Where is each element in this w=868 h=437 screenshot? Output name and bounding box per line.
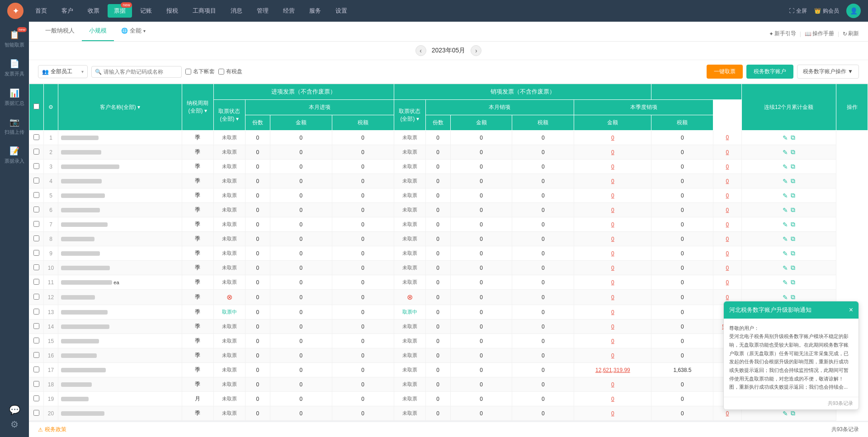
copy-icon[interactable]: ⧉ — [791, 264, 795, 272]
row-checkbox[interactable] — [29, 275, 44, 290]
digital-account-button[interactable]: 税务数字账户 — [746, 65, 793, 79]
row-in-status[interactable]: 未取票 — [213, 406, 245, 421]
one-click-fetch-button[interactable]: 一键取票 — [707, 65, 743, 79]
row-client-name[interactable] — [58, 174, 182, 188]
row-in-status[interactable]: 未取票 — [213, 131, 245, 145]
row-checkbox[interactable] — [29, 392, 44, 406]
row-checkbox[interactable] — [29, 232, 44, 246]
nav-item-receive[interactable]: 收票 — [81, 4, 106, 18]
th-tax-cycle[interactable]: 纳税周期(全部) ▾ — [182, 84, 213, 131]
row-out-status[interactable]: 未取票 — [394, 261, 425, 275]
row-checkbox[interactable] — [29, 160, 44, 174]
row-out-status[interactable]: 未取票 — [394, 377, 425, 392]
nav-item-home[interactable]: 首页 — [29, 4, 53, 18]
row-in-status[interactable]: 未取票 — [213, 232, 245, 246]
sub-account-checkbox-label[interactable]: 名下帐套 — [185, 68, 215, 75]
row-in-status[interactable]: 未取票 — [213, 363, 245, 377]
row-out-status[interactable]: 未取票 — [394, 246, 425, 261]
vip-button[interactable]: 👑 购会员 — [814, 7, 839, 15]
row-client-name[interactable] — [58, 131, 182, 145]
sidebar-chat[interactable]: 💬 — [9, 404, 20, 415]
row-out-status[interactable]: ⊗ — [394, 290, 425, 305]
copy-icon[interactable]: ⧉ — [791, 134, 795, 141]
row-in-status[interactable]: 未取票 — [213, 261, 245, 275]
row-out-status[interactable]: 未取票 — [394, 174, 425, 188]
row-out-status[interactable]: 未取票 — [394, 392, 425, 406]
edit-icon[interactable]: ✎ — [783, 235, 788, 243]
tab-general-taxpayer[interactable]: 一般纳税人 — [38, 22, 82, 41]
row-client-name[interactable] — [58, 377, 182, 392]
row-client-name[interactable] — [58, 392, 182, 406]
th-checkbox[interactable] — [29, 84, 44, 131]
row-checkbox[interactable] — [29, 203, 44, 217]
nav-item-tax[interactable]: 报税 — [160, 4, 184, 18]
row-checkbox[interactable] — [29, 363, 44, 377]
row-out-status[interactable]: 未取票 — [394, 188, 425, 203]
row-in-status[interactable]: 取票中 — [213, 305, 245, 320]
sidebar-item-open-invoice[interactable]: 📄 发票开具 — [1, 54, 28, 81]
close-notification-button[interactable]: × — [849, 306, 853, 314]
row-client-name[interactable] — [58, 232, 182, 246]
copy-icon[interactable]: ⧉ — [791, 409, 795, 417]
row-checkbox[interactable] — [29, 246, 44, 261]
row-checkbox[interactable] — [29, 217, 44, 232]
nav-item-bookkeeping[interactable]: 记账 — [134, 4, 158, 18]
edit-icon[interactable]: ✎ — [783, 178, 788, 185]
nav-item-customer[interactable]: 客户 — [55, 4, 80, 18]
row-out-status[interactable]: 未取票 — [394, 320, 425, 334]
row-out-status[interactable]: 取票中 — [394, 305, 425, 320]
row-in-status[interactable]: 未取票 — [213, 275, 245, 290]
manual-link[interactable]: 📖 操作手册 — [805, 30, 834, 38]
copy-icon[interactable]: ⧉ — [791, 192, 795, 199]
nav-item-operation[interactable]: 经营 — [277, 4, 301, 18]
row-in-status[interactable]: ⊗ — [213, 290, 245, 305]
row-client-name[interactable]: ea — [58, 275, 182, 290]
row-client-name[interactable] — [58, 217, 182, 232]
row-out-status[interactable]: 未取票 — [394, 363, 425, 377]
th-client-name[interactable]: 客户名称(全部) ▾ — [58, 84, 182, 131]
row-checkbox[interactable] — [29, 334, 44, 348]
row-in-status[interactable]: 未取票 — [213, 320, 245, 334]
digital-account-ops-button[interactable]: 税务数字账户操作 ▼ — [797, 65, 859, 79]
sidebar-settings[interactable]: ⚙ — [10, 419, 19, 430]
copy-icon[interactable]: ⧉ — [791, 249, 795, 257]
edit-icon[interactable]: ✎ — [783, 134, 788, 141]
row-checkbox[interactable] — [29, 145, 44, 160]
sidebar-item-scan[interactable]: 📷 扫描上传 — [1, 113, 28, 140]
row-in-status[interactable]: 未取票 — [213, 217, 245, 232]
tax-disk-checkbox-label[interactable]: 有税盘 — [218, 68, 242, 75]
row-out-status[interactable]: 未取票 — [394, 131, 425, 145]
row-out-status[interactable]: 未取票 — [394, 160, 425, 174]
edit-icon[interactable]: ✎ — [783, 410, 788, 417]
row-out-status[interactable]: 未取票 — [394, 145, 425, 160]
row-in-status[interactable]: 未取票 — [213, 188, 245, 203]
tab-all[interactable]: 🌐 全能 ▾ — [114, 22, 153, 41]
row-in-status[interactable]: 未取票 — [213, 246, 245, 261]
avatar[interactable]: 👤 — [846, 4, 861, 18]
row-client-name[interactable] — [58, 348, 182, 363]
row-checkbox[interactable] — [29, 305, 44, 320]
edit-icon[interactable]: ✎ — [783, 207, 788, 214]
tab-small-scale[interactable]: 小规模 — [82, 22, 114, 41]
nav-item-settings[interactable]: 设置 — [329, 4, 354, 18]
row-client-name[interactable] — [58, 305, 182, 320]
row-checkbox[interactable] — [29, 290, 44, 305]
row-out-status[interactable]: 未取票 — [394, 232, 425, 246]
edit-icon[interactable]: ✎ — [783, 294, 788, 301]
row-client-name[interactable] — [58, 290, 182, 305]
row-client-name[interactable] — [58, 188, 182, 203]
row-client-name[interactable] — [58, 261, 182, 275]
copy-icon[interactable]: ⧉ — [791, 235, 795, 243]
sub-account-checkbox[interactable] — [185, 69, 191, 75]
row-client-name[interactable] — [58, 160, 182, 174]
row-in-status[interactable]: 未取票 — [213, 160, 245, 174]
copy-icon[interactable]: ⧉ — [791, 221, 795, 228]
row-out-status[interactable]: 未取票 — [394, 406, 425, 421]
row-in-status[interactable]: 未取票 — [213, 174, 245, 188]
th-out-status[interactable]: 取票状态(全部) ▾ — [394, 100, 425, 131]
row-in-status[interactable]: 未取票 — [213, 334, 245, 348]
row-in-status[interactable]: 未取票 — [213, 392, 245, 406]
row-checkbox[interactable] — [29, 174, 44, 188]
row-client-name[interactable] — [58, 406, 182, 421]
edit-icon[interactable]: ✎ — [783, 221, 788, 228]
